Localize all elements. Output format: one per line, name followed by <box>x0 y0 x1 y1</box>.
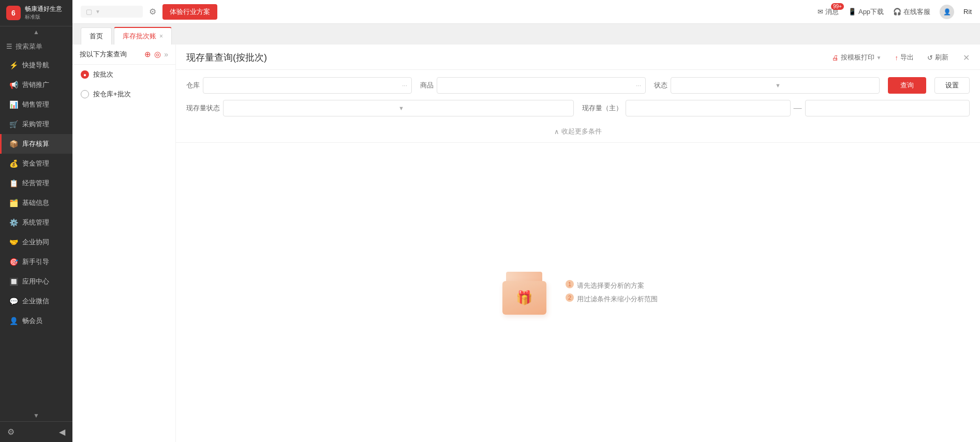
purchase-icon: 🛒 <box>9 120 18 129</box>
warehouse-input[interactable] <box>207 82 402 90</box>
messages-badge: 99+ <box>831 3 844 10</box>
empty-illustration: 🎁 <box>498 267 550 318</box>
online-service-action[interactable]: 🎧 在线客服 <box>893 7 930 17</box>
member-icon: 👤 <box>9 316 18 326</box>
close-panel-icon[interactable]: ✕ <box>963 53 970 63</box>
quick-nav-icon: ⚡ <box>9 61 18 70</box>
sidebar-item-guide[interactable]: 🎯 新手引导 <box>0 252 72 272</box>
finance-icon: 💰 <box>9 159 18 168</box>
query-button[interactable]: 查询 <box>888 77 926 94</box>
sidebar-item-operations[interactable]: 📋 经营管理 <box>0 173 72 193</box>
app-name: 畅康通好生意 <box>25 5 62 13</box>
page-title: 现存量查询(按批次) <box>186 51 267 64</box>
main-area: ▢ ▼ ⚙ 体验行业方案 ✉ 消息 99+ 📱 App下载 🎧 在线客服 👤 R… <box>72 0 980 442</box>
username-label[interactable]: Rit <box>963 8 972 16</box>
inventory-status-field: 现存量状态 ▼ <box>186 100 574 116</box>
app-logo: 6 <box>6 6 21 20</box>
print-icon: 🖨 <box>832 54 839 62</box>
sidebar-nav: ⚡ 快捷导航 📢 营销推广 📊 销售管理 🛒 采购管理 📦 库存核算 💰 资金管… <box>0 55 72 410</box>
sidebar-scroll-down[interactable]: ▼ <box>0 410 72 421</box>
sales-icon: 📊 <box>9 100 18 109</box>
query-form: 仓库 ··· 商品 ··· 状态 <box>176 70 980 143</box>
tip-line-1: 1 请先选择要分析的方案 <box>566 279 658 292</box>
guide-icon: 🎯 <box>9 257 18 267</box>
inventory-status-dropdown-arrow: ▼ <box>398 105 568 111</box>
inventory-qty-max-input[interactable] <box>805 100 970 116</box>
sidebar-item-enterprise[interactable]: 🤝 企业协同 <box>0 232 72 252</box>
tip-line-2: 2 用过滤条件来缩小分析范围 <box>566 292 658 306</box>
tab-inventory-batch[interactable]: 库存批次账 × <box>114 27 172 45</box>
sidebar-item-basic[interactable]: 🗂️ 基础信息 <box>0 193 72 213</box>
main-panel: 现存量查询(按批次) 🖨 按模板打印 ▼ ↑ 导出 ↺ 刷新 <box>176 45 980 442</box>
sidebar-item-member[interactable]: 👤 畅会员 <box>0 311 72 331</box>
warehouse-label: 仓库 <box>186 81 200 90</box>
wechat-icon: 💬 <box>9 297 18 306</box>
settings-button[interactable]: 设置 <box>934 77 970 94</box>
product-input-wrap[interactable]: ··· <box>437 77 646 94</box>
operations-icon: 📋 <box>9 179 18 188</box>
status-dropdown-arrow: ▼ <box>775 82 874 89</box>
topbar-right: ✉ 消息 99+ 📱 App下载 🎧 在线客服 👤 Rit <box>818 5 972 19</box>
filter-collapse-icon[interactable]: » <box>164 50 168 58</box>
refresh-icon: ↺ <box>927 54 933 62</box>
messages-icon: ✉ <box>818 8 823 16</box>
sidebar-item-marketing[interactable]: 📢 营销推广 <box>0 75 72 95</box>
status-select[interactable]: ▼ <box>671 77 880 94</box>
topbar: ▢ ▼ ⚙ 体验行业方案 ✉ 消息 99+ 📱 App下载 🎧 在线客服 👤 R… <box>72 0 980 24</box>
print-btn[interactable]: 🖨 按模板打印 ▼ <box>828 51 886 64</box>
sidebar-header: 6 畅康通好生意 标准版 <box>0 0 72 26</box>
topbar-gear-icon[interactable]: ⚙ <box>149 7 156 17</box>
sidebar-item-quick-nav[interactable]: ⚡ 快捷导航 <box>0 55 72 75</box>
filter-panel-actions: ⊕ ◎ » <box>144 50 168 59</box>
search-icon: ☰ <box>6 42 12 50</box>
sidebar-item-purchase[interactable]: 🛒 采购管理 <box>0 114 72 134</box>
topbar-search-input-placeholder: ▢ <box>86 8 92 16</box>
apps-icon: 🔲 <box>9 277 18 286</box>
tabbar: 首页 库存批次账 × <box>72 24 980 45</box>
filter-panel-title: 按以下方案查询 <box>80 50 127 59</box>
sidebar-item-finance[interactable]: 💰 资金管理 <box>0 154 72 173</box>
filter-settings-icon[interactable]: ◎ <box>154 50 161 59</box>
app-download-action[interactable]: 📱 App下载 <box>848 7 884 17</box>
sidebar-search[interactable]: ☰ 搜索菜单 <box>0 38 72 55</box>
filter-add-icon[interactable]: ⊕ <box>144 50 151 59</box>
sidebar-item-sales[interactable]: 📊 销售管理 <box>0 95 72 114</box>
inventory-icon: 📦 <box>9 139 18 149</box>
sidebar-item-system[interactable]: ⚙️ 系统管理 <box>0 213 72 232</box>
refresh-btn[interactable]: ↺ 刷新 <box>923 51 953 64</box>
sidebar-item-inventory[interactable]: 📦 库存核算 <box>0 134 72 154</box>
empty-tips: 1 请先选择要分析的方案 2 用过滤条件来缩小分析范围 <box>566 279 658 306</box>
sidebar-collapse-icon[interactable]: ◀ <box>59 427 65 437</box>
inventory-status-select[interactable]: ▼ <box>223 100 574 116</box>
form-row-2: 现存量状态 ▼ 现存量（主） — <box>186 100 970 116</box>
enterprise-icon: 🤝 <box>9 238 18 247</box>
sidebar-footer: ⚙ ◀ <box>0 421 72 442</box>
tab-home[interactable]: 首页 <box>81 27 112 45</box>
export-btn[interactable]: ↑ 导出 <box>891 51 918 64</box>
messages-action[interactable]: ✉ 消息 99+ <box>818 7 839 17</box>
inventory-qty-label: 现存量（主） <box>582 104 622 113</box>
inventory-status-label: 现存量状态 <box>186 104 220 113</box>
warehouse-more-icon[interactable]: ··· <box>402 82 407 89</box>
tab-close-inventory-batch[interactable]: × <box>159 33 163 39</box>
topbar-search[interactable]: ▢ ▼ <box>81 6 143 18</box>
filter-item-by-batch[interactable]: ● 按批次 <box>72 65 175 84</box>
user-avatar[interactable]: 👤 <box>940 5 954 19</box>
product-input[interactable] <box>441 82 636 90</box>
product-more-icon[interactable]: ··· <box>636 82 641 89</box>
filter-dot-active: ● <box>81 70 89 79</box>
warehouse-input-wrap[interactable]: ··· <box>203 77 412 94</box>
sidebar-item-apps[interactable]: 🔲 应用中心 <box>0 272 72 291</box>
print-dropdown-icon: ▼ <box>877 55 882 61</box>
service-icon: 🎧 <box>893 8 901 16</box>
collapse-row[interactable]: ∧ 收起更多条件 <box>186 123 970 137</box>
sidebar-item-wechat[interactable]: 💬 企业微信 <box>0 291 72 311</box>
qty-range-dash: — <box>794 104 802 113</box>
sidebar-settings-icon[interactable]: ⚙ <box>7 427 14 437</box>
experience-btn[interactable]: 体验行业方案 <box>162 4 217 20</box>
product-label: 商品 <box>420 81 434 90</box>
inventory-qty-min-input[interactable] <box>626 100 791 116</box>
filter-item-by-warehouse-batch[interactable]: 按仓库+批次 <box>72 84 175 104</box>
sidebar-scroll-up[interactable]: ▲ <box>0 26 72 38</box>
product-field: 商品 ··· <box>420 77 646 94</box>
